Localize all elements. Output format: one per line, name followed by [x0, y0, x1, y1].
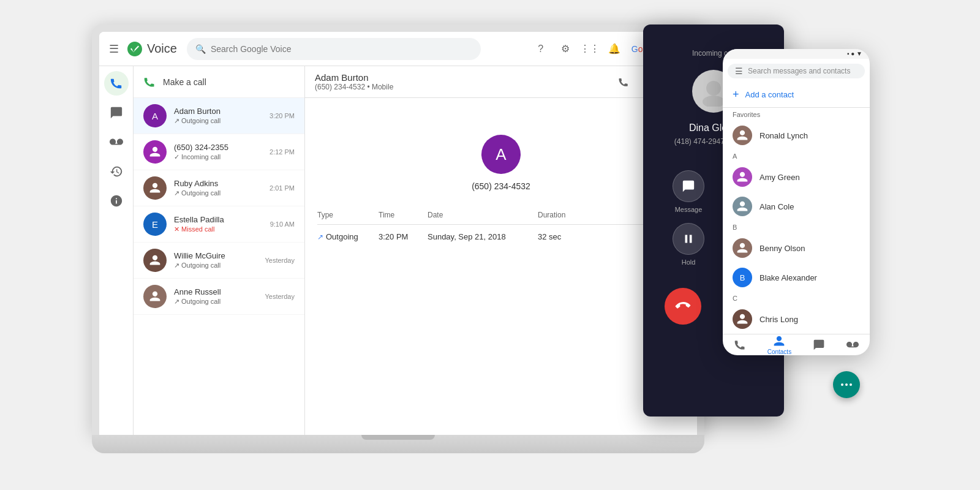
hold-btn[interactable]: Hold — [673, 223, 704, 266]
decline-button[interactable] — [657, 281, 709, 333]
laptop-base — [92, 435, 704, 453]
search-input[interactable] — [211, 44, 472, 54]
add-icon: + — [733, 88, 739, 101]
add-contact-row[interactable]: + Add a contact — [723, 83, 870, 106]
scene: ☰ V Voice 🔍 — [61, 12, 919, 478]
call-name-0: Adam Burton — [174, 107, 262, 116]
call-time-2: 2:01 PM — [270, 184, 295, 192]
contact-big-number: (650) 234-4532 — [472, 181, 530, 191]
log-time: 3:20 PM — [379, 232, 428, 241]
contact-avatar-ronald — [733, 126, 752, 145]
fab-button[interactable] — [833, 371, 860, 398]
call-avatar-5 — [143, 285, 167, 308]
alpha-c: C — [723, 292, 870, 304]
app-title: Voice — [147, 42, 177, 56]
call-item-3[interactable]: E Estella Padilla ✕ Missed call 9:10 AM — [134, 206, 304, 243]
call-info-1: (650) 324-2355 ✓ Incoming call — [174, 143, 262, 161]
detail-panel: Adam Burton (650) 234-4532 • Mobile — [305, 66, 697, 435]
voice-logo: V Voice — [126, 40, 177, 58]
contact-ronald-lynch[interactable]: Ronald Lynch — [723, 121, 870, 150]
sidebar — [99, 66, 134, 435]
main-content: Make a call A Adam Burton ↗ Outgoing cal… — [99, 66, 697, 435]
call-time-3: 9:10 AM — [270, 221, 295, 228]
sidebar-item-voicemail[interactable] — [104, 130, 129, 154]
hamburger-icon[interactable]: ☰ — [109, 42, 119, 56]
topbar-left: ☰ V Voice — [109, 40, 177, 58]
mobile-status-bar: ▪ ● ▼ — [723, 49, 870, 59]
favorites-label: Favorites — [723, 108, 870, 121]
call-type-2: ↗ Outgoing call — [174, 189, 262, 197]
contact-benny-olson[interactable]: Benny Olson — [723, 233, 870, 263]
notifications-icon[interactable]: 🔔 — [607, 42, 622, 56]
call-item-2[interactable]: Ruby Adkins ↗ Outgoing call 2:01 PM — [134, 170, 304, 206]
col-date: Date — [428, 211, 538, 219]
sidebar-item-info[interactable] — [104, 189, 129, 213]
log-type: ↗Outgoing — [317, 232, 379, 241]
contact-big-avatar: A — [481, 135, 521, 174]
call-time-1: 2:12 PM — [270, 148, 295, 156]
apps-icon[interactable]: ⋮⋮ — [582, 42, 597, 56]
contact-avatar-chris — [733, 309, 752, 329]
help-icon[interactable]: ? — [533, 42, 548, 56]
mobile-search-icon: ☰ — [735, 66, 743, 76]
mobile-bottom-bar: Contacts — [723, 334, 870, 355]
sidebar-item-calls[interactable] — [104, 71, 129, 96]
call-item-0[interactable]: A Adam Burton ↗ Outgoing call 3:20 PM — [134, 98, 304, 134]
mobile-nav-calls[interactable] — [734, 339, 746, 351]
contact-amy-green[interactable]: Amy Green — [723, 162, 870, 192]
settings-icon[interactable]: ⚙ — [558, 42, 573, 56]
call-avatar-2 — [143, 176, 167, 200]
col-time: Time — [379, 211, 428, 219]
mobile-nav-voicemail[interactable] — [846, 339, 859, 351]
call-action-button[interactable] — [614, 72, 633, 92]
contact-name-blake: Blake Alexander — [760, 273, 817, 282]
make-call-header[interactable]: Make a call — [134, 66, 304, 98]
make-call-icon — [143, 76, 156, 88]
call-item-1[interactable]: (650) 324-2355 ✓ Incoming call 2:12 PM — [134, 134, 304, 170]
call-name-4: Willie McGuire — [174, 251, 257, 260]
contact-blake-alexander[interactable]: B Blake Alexander — [723, 263, 870, 292]
search-bar[interactable]: 🔍 — [187, 38, 481, 60]
make-call-label: Make a call — [163, 77, 206, 87]
call-log-row-0: ↗Outgoing 3:20 PM Sunday, Sep 21, 2018 3… — [317, 225, 685, 249]
contact-chris-long[interactable]: Chris Long — [723, 304, 870, 334]
laptop: ☰ V Voice 🔍 — [92, 24, 704, 466]
contact-alan-cole[interactable]: Alan Cole — [723, 192, 870, 221]
contact-avatar-amy — [733, 167, 752, 187]
call-name-5: Anne Russell — [174, 287, 257, 296]
detail-header: Adam Burton (650) 234-4532 • Mobile — [305, 66, 697, 98]
sidebar-item-messages[interactable] — [104, 100, 129, 125]
contact-avatar-benny — [733, 238, 752, 258]
call-info-4: Willie McGuire ↗ Outgoing call — [174, 251, 257, 270]
laptop-screen-outer: ☰ V Voice 🔍 — [92, 24, 704, 435]
contact-name-benny: Benny Olson — [760, 244, 805, 253]
call-item-5[interactable]: Anne Russell ↗ Outgoing call Yesterday — [134, 279, 304, 315]
call-name-3: Estella Padilla — [174, 215, 263, 224]
call-avatar-3: E — [143, 213, 167, 236]
search-icon: 🔍 — [195, 44, 206, 54]
status-indicator: ▪ ● ▼ — [847, 50, 862, 57]
alpha-a: A — [723, 150, 870, 162]
call-info-5: Anne Russell ↗ Outgoing call — [174, 287, 257, 306]
mobile-nav-messages[interactable] — [813, 339, 825, 351]
call-avatar-1 — [143, 140, 167, 164]
contact-avatar-alan — [733, 197, 752, 216]
laptop-screen: ☰ V Voice 🔍 — [99, 32, 697, 435]
contact-name-ronald: Ronald Lynch — [760, 131, 808, 140]
mobile-search-bar[interactable]: ☰ Search messages and contacts — [728, 64, 865, 78]
hold-btn-circle[interactable] — [673, 223, 704, 255]
contact-avatar-blake: B — [733, 268, 752, 287]
topbar: ☰ V Voice 🔍 — [99, 32, 697, 66]
detail-body: A (650) 234-4532 Type Time Date Duration — [305, 98, 697, 435]
message-btn[interactable]: Message — [673, 170, 704, 213]
call-type-4: ↗ Outgoing call — [174, 262, 257, 270]
hold-btn-label: Hold — [682, 258, 696, 266]
call-item-4[interactable]: Willie McGuire ↗ Outgoing call Yesterday — [134, 243, 304, 279]
contacts-nav-label: Contacts — [767, 349, 791, 355]
call-time-0: 3:20 PM — [270, 112, 295, 119]
sidebar-item-history[interactable] — [104, 159, 129, 184]
message-btn-circle[interactable] — [673, 170, 704, 202]
mobile-search-placeholder: Search messages and contacts — [748, 67, 850, 75]
mobile-nav-contacts[interactable]: Contacts — [767, 335, 791, 355]
detail-contact-info: Adam Burton (650) 234-4532 • Mobile — [315, 72, 606, 91]
